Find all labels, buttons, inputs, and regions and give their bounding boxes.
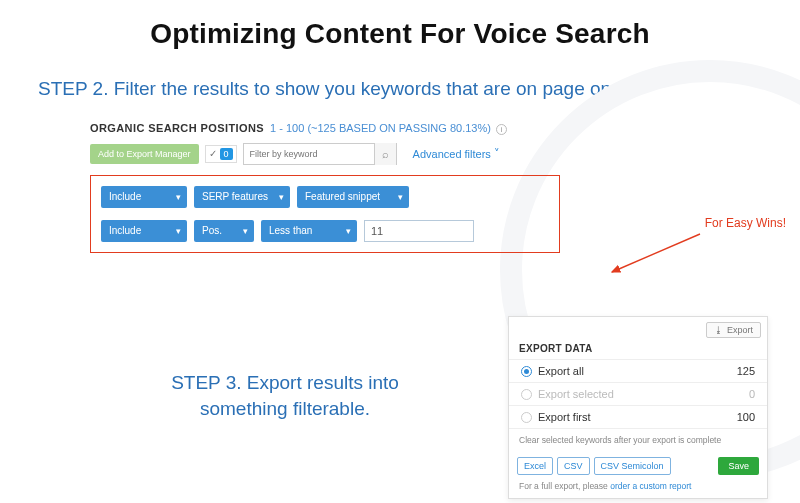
custom-report-link[interactable]: order a custom report bbox=[610, 481, 691, 491]
chevron-down-icon: ▾ bbox=[243, 226, 248, 236]
filter-keyword-wrapper: ⌕ bbox=[243, 143, 397, 165]
export-note: Clear selected keywords after your expor… bbox=[509, 428, 767, 452]
filter1-mode[interactable]: Include▾ bbox=[101, 186, 187, 208]
filter-rules-box: Include▾ SERP features▾ Featured snippet… bbox=[90, 175, 560, 253]
select-count-box[interactable]: ✓ 0 bbox=[205, 145, 237, 163]
export-title: EXPORT DATA bbox=[509, 338, 767, 359]
filter2-operator[interactable]: Less than▾ bbox=[261, 220, 357, 242]
osp-label: ORGANIC SEARCH POSITIONS bbox=[90, 122, 264, 134]
toolbar: Add to Export Manager ✓ 0 ⌕ Advanced fil… bbox=[90, 143, 730, 165]
filter-row-2: Include▾ Pos.▾ Less than▾ bbox=[101, 220, 549, 242]
save-button[interactable]: Save bbox=[718, 457, 759, 475]
export-selected-count: 0 bbox=[749, 388, 755, 400]
export-all-label: Export all bbox=[538, 365, 584, 377]
radio-icon bbox=[521, 366, 532, 377]
filter-keyword-input[interactable] bbox=[244, 149, 374, 159]
export-actions: Excel CSV CSV Semicolon Save bbox=[509, 452, 767, 481]
count-badge: 0 bbox=[220, 148, 233, 160]
radio-icon bbox=[521, 389, 532, 400]
format-csv-semicolon-button[interactable]: CSV Semicolon bbox=[594, 457, 671, 475]
step-3-text: STEP 3. Export results into something fi… bbox=[145, 370, 425, 421]
export-first-label: Export first bbox=[538, 411, 591, 423]
add-to-export-button[interactable]: Add to Export Manager bbox=[90, 144, 199, 164]
format-group: Excel CSV CSV Semicolon bbox=[517, 457, 671, 475]
format-excel-button[interactable]: Excel bbox=[517, 457, 553, 475]
export-panel: ⭳ Export EXPORT DATA Export all 125 Expo… bbox=[508, 316, 768, 499]
osp-range: 1 - 100 (~125 BASED ON PASSING 80.13%) bbox=[270, 122, 491, 134]
chevron-down-icon: ▾ bbox=[176, 192, 181, 202]
info-icon[interactable]: i bbox=[496, 124, 507, 135]
filter1-value[interactable]: Featured snippet▾ bbox=[297, 186, 409, 208]
advanced-filters-link[interactable]: Advanced filters ˅ bbox=[413, 147, 500, 160]
export-option-all[interactable]: Export all 125 bbox=[509, 359, 767, 382]
export-selected-label: Export selected bbox=[538, 388, 614, 400]
radio-icon bbox=[521, 412, 532, 423]
export-button[interactable]: ⭳ Export bbox=[706, 322, 761, 338]
export-panel-top: ⭳ Export bbox=[509, 317, 767, 338]
arrow-icon bbox=[604, 230, 704, 280]
format-csv-button[interactable]: CSV bbox=[557, 457, 590, 475]
export-footnote: For a full export, please order a custom… bbox=[509, 481, 767, 498]
filter2-mode[interactable]: Include▾ bbox=[101, 220, 187, 242]
export-first-count: 100 bbox=[737, 411, 755, 423]
chevron-down-icon: ▾ bbox=[398, 192, 403, 202]
svg-line-0 bbox=[612, 234, 700, 272]
check-icon: ✓ bbox=[209, 148, 217, 159]
filter1-field[interactable]: SERP features▾ bbox=[194, 186, 290, 208]
filter2-value-input[interactable] bbox=[364, 220, 474, 242]
export-option-selected[interactable]: Export selected 0 bbox=[509, 382, 767, 405]
organic-search-heading: ORGANIC SEARCH POSITIONS 1 - 100 (~125 B… bbox=[90, 122, 730, 135]
search-icon[interactable]: ⌕ bbox=[374, 143, 396, 165]
page-title: Optimizing Content For Voice Search bbox=[0, 0, 800, 50]
chevron-down-icon: ▾ bbox=[346, 226, 351, 236]
easy-wins-callout: For Easy Wins! bbox=[705, 216, 786, 230]
advanced-filters-label: Advanced filters bbox=[413, 148, 491, 160]
callout-text: For Easy Wins! bbox=[705, 216, 786, 230]
chevron-down-icon: ▾ bbox=[279, 192, 284, 202]
chevron-down-icon: ▾ bbox=[176, 226, 181, 236]
export-option-first[interactable]: Export first 100 bbox=[509, 405, 767, 428]
download-icon: ⭳ bbox=[714, 325, 723, 335]
filter-row-1: Include▾ SERP features▾ Featured snippet… bbox=[101, 186, 549, 208]
export-all-count: 125 bbox=[737, 365, 755, 377]
filter2-field[interactable]: Pos.▾ bbox=[194, 220, 254, 242]
chevron-down-icon: ˅ bbox=[494, 147, 500, 160]
